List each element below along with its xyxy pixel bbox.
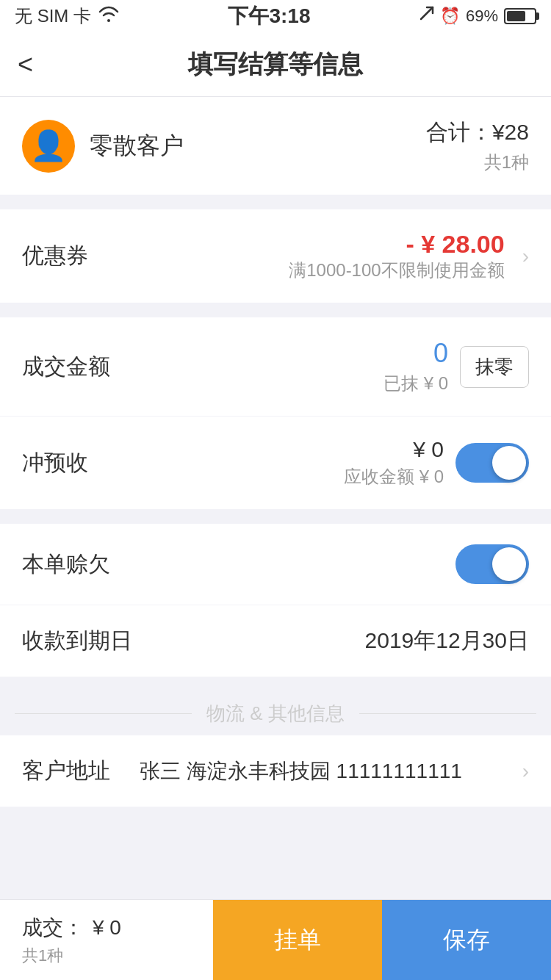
- divider-4: [0, 677, 551, 691]
- customer-name: 零散客户: [90, 130, 184, 162]
- deal-amount-value: 0: [383, 338, 448, 369]
- divider-1: [0, 195, 551, 209]
- credit-row: 本单赊欠: [0, 524, 551, 605]
- address-value: 张三 海淀永丰科技园 11111111111: [140, 757, 516, 785]
- address-section: 客户地址 张三 海淀永丰科技园 11111111111 ›: [0, 735, 551, 807]
- bottom-deal-row: 成交： ¥ 0: [22, 914, 191, 942]
- coupon-chevron: ›: [522, 245, 529, 268]
- bottom-deal-amount: ¥ 0: [93, 916, 121, 940]
- advance-payment-right: ¥ 0 应收金额 ¥ 0: [344, 437, 529, 489]
- bottom-bar: 成交： ¥ 0 共1种 挂单 保存: [0, 899, 551, 980]
- advance-amount-col: ¥ 0 应收金额 ¥ 0: [344, 437, 444, 489]
- advance-payment-label: 冲预收: [22, 448, 88, 478]
- advance-sub: 应收金额 ¥ 0: [344, 465, 444, 489]
- customer-total: 合计：¥28 共1种: [426, 118, 529, 174]
- due-date-value: 2019年12月30日: [365, 626, 529, 656]
- avatar-icon: 👤: [30, 129, 67, 163]
- divider-2: [0, 303, 551, 317]
- customer-section: 👤 零散客户 合计：¥28 共1种: [0, 97, 551, 195]
- due-date-row: 收款到期日 2019年12月30日: [0, 605, 551, 677]
- advance-amount: ¥ 0: [344, 437, 444, 462]
- status-time: 下午3:18: [228, 2, 310, 30]
- credit-toggle[interactable]: [455, 544, 529, 584]
- pending-button-label: 挂单: [274, 924, 321, 956]
- bottom-count: 共1种: [22, 945, 191, 967]
- customer-left: 👤 零散客户: [22, 120, 184, 173]
- battery-percent: 69%: [466, 7, 498, 26]
- alarm-icon: ⏰: [440, 7, 460, 26]
- deal-amount-right: 0 已抹 ¥ 0 抹零: [383, 338, 529, 395]
- save-button[interactable]: 保存: [382, 900, 551, 981]
- nav-bar: < 填写结算等信息: [0, 32, 551, 97]
- location-icon: [419, 6, 434, 26]
- status-right: ⏰ 69%: [419, 6, 536, 26]
- status-left: 无 SIM 卡: [15, 4, 119, 28]
- advance-payment-toggle-knob: [492, 446, 526, 480]
- credit-right: [455, 544, 529, 584]
- logistics-line-left: [15, 713, 192, 714]
- back-button[interactable]: <: [18, 49, 33, 80]
- pending-button[interactable]: 挂单: [213, 900, 382, 981]
- deal-section: 成交金额 0 已抹 ¥ 0 抹零 冲预收 ¥ 0 应收金额 ¥ 0: [0, 317, 551, 509]
- credit-label: 本单赊欠: [22, 550, 110, 580]
- customer-row: 👤 零散客户 合计：¥28 共1种: [0, 97, 551, 195]
- coupon-right: - ¥ 28.00 满1000-100不限制使用金额 ›: [289, 230, 529, 282]
- logistics-line-right: [359, 713, 536, 714]
- coupon-section: 优惠券 - ¥ 28.00 满1000-100不限制使用金额 ›: [0, 209, 551, 303]
- status-bar: 无 SIM 卡 下午3:18 ⏰ 69%: [0, 0, 551, 32]
- address-label: 客户地址: [22, 756, 140, 786]
- bottom-deal-label: 成交：: [22, 914, 84, 942]
- deal-amount-sub: 已抹 ¥ 0: [383, 372, 448, 395]
- logistics-divider: 物流 & 其他信息: [0, 691, 551, 735]
- logistics-text: 物流 & 其他信息: [206, 701, 345, 727]
- wifi-icon: [98, 6, 119, 26]
- advance-payment-row: 冲预收 ¥ 0 应收金额 ¥ 0: [0, 416, 551, 509]
- coupon-discount: - ¥ 28.00: [289, 230, 504, 259]
- coupon-row[interactable]: 优惠券 - ¥ 28.00 满1000-100不限制使用金额 ›: [0, 209, 551, 303]
- deal-amount-row: 成交金额 0 已抹 ¥ 0 抹零: [0, 317, 551, 416]
- battery-icon: [504, 7, 536, 26]
- carrier-label: 无 SIM 卡: [15, 4, 91, 28]
- avatar: 👤: [22, 120, 75, 173]
- divider-3: [0, 509, 551, 524]
- back-chevron: <: [18, 49, 33, 80]
- content: 👤 零散客户 合计：¥28 共1种 优惠券 - ¥ 28.00 满1000-10…: [0, 97, 551, 980]
- due-date-label: 收款到期日: [22, 626, 132, 656]
- address-row[interactable]: 客户地址 张三 海淀永丰科技园 11111111111 ›: [0, 735, 551, 807]
- credit-section: 本单赊欠 收款到期日 2019年12月30日: [0, 524, 551, 677]
- total-amount: 合计：¥28: [426, 118, 529, 148]
- total-count: 共1种: [426, 151, 529, 174]
- address-chevron: ›: [522, 760, 529, 783]
- coupon-desc: 满1000-100不限制使用金额: [289, 259, 504, 282]
- round-zero-button[interactable]: 抹零: [460, 346, 529, 388]
- nav-title: 填写结算等信息: [188, 48, 363, 82]
- advance-payment-toggle[interactable]: [455, 443, 529, 483]
- bottom-summary: 成交： ¥ 0 共1种: [0, 914, 213, 967]
- save-button-label: 保存: [443, 924, 490, 956]
- coupon-label: 优惠券: [22, 241, 88, 271]
- credit-toggle-knob: [492, 547, 526, 581]
- deal-amount-label: 成交金额: [22, 352, 110, 382]
